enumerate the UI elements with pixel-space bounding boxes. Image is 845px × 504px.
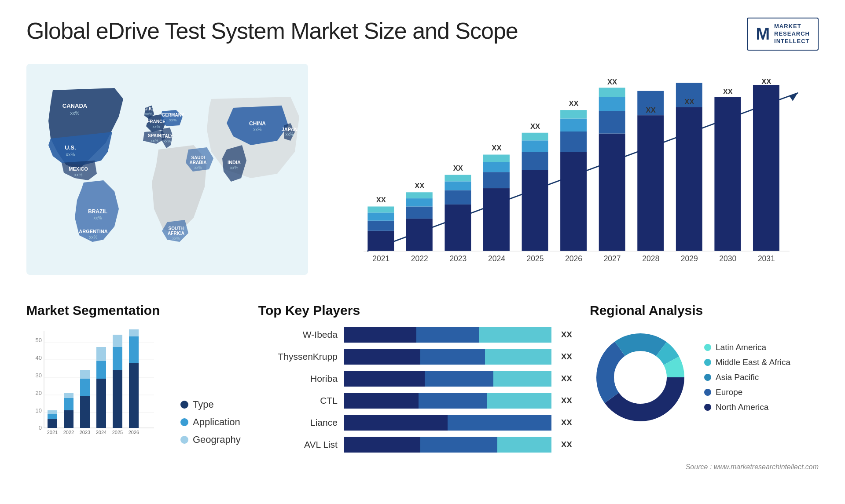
svg-rect-48 bbox=[522, 152, 548, 170]
svg-rect-58 bbox=[599, 111, 625, 134]
svg-rect-105 bbox=[80, 396, 90, 428]
svg-rect-45 bbox=[483, 154, 510, 162]
svg-text:XX: XX bbox=[607, 78, 617, 86]
svg-rect-119 bbox=[129, 329, 139, 336]
player-bar-ctl bbox=[344, 393, 551, 409]
svg-text:10: 10 bbox=[36, 407, 42, 414]
application-dot bbox=[180, 418, 188, 426]
svg-text:2023: 2023 bbox=[80, 430, 90, 435]
svg-text:50: 50 bbox=[36, 337, 42, 343]
svg-rect-106 bbox=[80, 379, 90, 396]
svg-rect-98 bbox=[48, 414, 57, 419]
svg-rect-43 bbox=[483, 172, 510, 188]
chart-section: XX XX XX XX bbox=[326, 64, 819, 294]
bar-chart-svg: XX XX XX XX bbox=[343, 73, 810, 284]
svg-text:xx%: xx% bbox=[151, 139, 158, 143]
legend-mea: Middle East & Africa bbox=[704, 358, 790, 367]
svg-rect-35 bbox=[406, 192, 433, 198]
svg-rect-113 bbox=[113, 370, 122, 428]
svg-text:AFRICA: AFRICA bbox=[168, 231, 184, 236]
svg-rect-42 bbox=[483, 188, 510, 251]
svg-text:xx%: xx% bbox=[286, 132, 294, 137]
svg-rect-57 bbox=[599, 133, 625, 251]
svg-text:2025: 2025 bbox=[112, 430, 123, 435]
us-label: U.S. bbox=[65, 144, 76, 151]
svg-rect-59 bbox=[599, 97, 625, 111]
svg-rect-44 bbox=[483, 162, 510, 172]
player-bar-horiba bbox=[344, 371, 551, 387]
svg-rect-55 bbox=[560, 110, 587, 118]
japan-label: JAPAN bbox=[282, 127, 298, 132]
source-text: Source : www.marketresearchintellect.com bbox=[26, 463, 819, 471]
svg-text:XX: XX bbox=[761, 77, 771, 86]
svg-text:SAUDI: SAUDI bbox=[191, 155, 205, 160]
svg-text:2028: 2028 bbox=[642, 254, 659, 263]
svg-text:xx%: xx% bbox=[254, 127, 262, 132]
svg-rect-37 bbox=[445, 205, 471, 251]
type-label: Type bbox=[193, 399, 214, 410]
svg-rect-39 bbox=[445, 181, 471, 190]
svg-text:SOUTH: SOUTH bbox=[169, 226, 184, 231]
svg-rect-64 bbox=[676, 107, 702, 251]
svg-text:40: 40 bbox=[36, 354, 42, 361]
svg-rect-33 bbox=[406, 206, 433, 219]
svg-text:ARABIA: ARABIA bbox=[190, 160, 207, 165]
argentina-label: ARGENTINA bbox=[79, 229, 107, 234]
segmentation-content: 0 10 20 30 40 50 2 bbox=[26, 327, 241, 446]
svg-point-126 bbox=[615, 352, 666, 403]
canada-label: CANADA bbox=[62, 102, 88, 109]
svg-text:xx%: xx% bbox=[163, 139, 171, 143]
player-name-horiba: Horiba bbox=[258, 373, 338, 384]
svg-text:2026: 2026 bbox=[129, 430, 139, 435]
svg-text:FRANCE: FRANCE bbox=[147, 119, 165, 124]
svg-text:XX: XX bbox=[492, 144, 501, 152]
donut-area: Latin America Middle East & Africa Asia … bbox=[590, 327, 819, 428]
svg-text:20: 20 bbox=[36, 390, 42, 396]
page-title: Global eDrive Test System Market Size an… bbox=[26, 18, 518, 44]
svg-text:xx%: xx% bbox=[172, 236, 180, 241]
svg-rect-28 bbox=[367, 220, 394, 230]
logo-m-letter: M bbox=[756, 26, 770, 42]
player-row-liance: Liance XX bbox=[258, 415, 572, 431]
svg-text:2031: 2031 bbox=[758, 254, 775, 263]
svg-text:XX: XX bbox=[376, 196, 386, 204]
geography-label: Geography bbox=[193, 434, 241, 446]
legend-geography: Geography bbox=[180, 434, 241, 446]
player-xx-avl: XX bbox=[561, 440, 572, 449]
player-bar-wibeda bbox=[344, 327, 551, 343]
brazil-label: BRAZIL bbox=[88, 208, 107, 215]
svg-text:2029: 2029 bbox=[681, 254, 698, 263]
svg-rect-115 bbox=[113, 335, 122, 347]
player-xx-thyssen: XX bbox=[561, 352, 572, 362]
player-bar-thyssen bbox=[344, 349, 551, 365]
players-bars: W-Ibeda XX ThyssenKrupp bbox=[258, 327, 572, 453]
svg-text:2022: 2022 bbox=[411, 254, 428, 263]
player-row-avl: AVL List XX bbox=[258, 437, 572, 453]
world-map-svg: CANADA xx% U.S. xx% MEXICO xx% BRAZIL xx… bbox=[26, 64, 308, 275]
type-dot bbox=[180, 401, 188, 409]
svg-rect-99 bbox=[48, 410, 57, 414]
mea-label: Middle East & Africa bbox=[716, 358, 790, 367]
svg-text:XX: XX bbox=[415, 182, 424, 190]
header: Global eDrive Test System Market Size an… bbox=[26, 18, 819, 51]
map-section: CANADA xx% U.S. xx% MEXICO xx% BRAZIL xx… bbox=[26, 64, 308, 294]
player-row-wibeda: W-Ibeda XX bbox=[258, 327, 572, 343]
svg-rect-109 bbox=[96, 379, 106, 428]
svg-text:U.K.: U.K. bbox=[144, 106, 153, 111]
player-xx-ctl: XX bbox=[561, 396, 572, 405]
legend-latin-america: Latin America bbox=[704, 343, 790, 352]
svg-text:xx%: xx% bbox=[194, 165, 202, 170]
svg-rect-40 bbox=[445, 175, 471, 181]
svg-text:2023: 2023 bbox=[449, 254, 467, 263]
svg-rect-117 bbox=[129, 363, 139, 428]
svg-rect-30 bbox=[367, 206, 394, 212]
svg-rect-50 bbox=[522, 132, 548, 140]
svg-rect-38 bbox=[445, 190, 471, 204]
latin-america-label: Latin America bbox=[716, 343, 766, 352]
donut-chart bbox=[590, 327, 691, 428]
india-label: INDIA bbox=[228, 160, 241, 165]
market-segmentation-section: Market Segmentation 0 10 20 30 40 50 bbox=[26, 303, 241, 459]
svg-text:xx%: xx% bbox=[230, 165, 239, 170]
logo-text: MARKET RESEARCH INTELLECT bbox=[774, 23, 810, 45]
svg-rect-97 bbox=[48, 419, 57, 428]
